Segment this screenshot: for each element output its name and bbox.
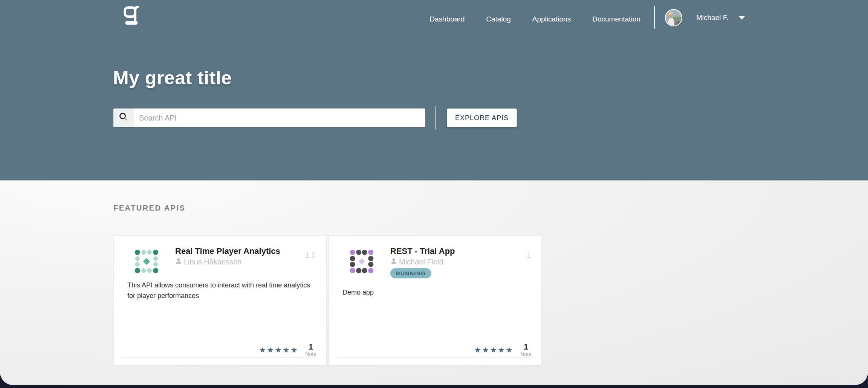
note-count-block: 1 Note [520, 343, 532, 357]
card-footer-divider [337, 357, 533, 358]
green-diamond-grid-icon [134, 249, 159, 275]
api-version: 1 [527, 251, 531, 260]
nav-item-applications[interactable]: Applications [532, 15, 571, 23]
api-owner-name: Michael Field [399, 258, 443, 266]
api-version: 1.0 [305, 251, 316, 260]
api-card-rest-trial-app[interactable]: REST - Trial App 1 Michael Field RUNNING… [329, 235, 542, 365]
dark-base-strip [0, 385, 868, 388]
search-button-divider [435, 106, 436, 130]
card-footer-divider [122, 357, 318, 358]
api-rating: ★★★★★ 1 Note [474, 343, 532, 357]
user-menu[interactable]: Michael F. [665, 9, 745, 26]
api-owner-name: Linus Håkansson [184, 258, 241, 266]
note-count: 1 [520, 343, 532, 351]
note-label: Note [520, 351, 532, 357]
api-description: Demo app [342, 287, 533, 298]
featured-cards: Real Time Player Analytics 1.0 Linus Håk… [113, 235, 542, 365]
purple-dot-grid-icon [350, 249, 374, 275]
person-icon [175, 258, 182, 266]
search-input[interactable] [134, 108, 425, 127]
api-owner: Linus Håkansson [175, 258, 241, 266]
featured-apis-heading: FEATURED APIS [113, 204, 185, 212]
note-count-block: 1 Note [305, 343, 316, 357]
api-description: This API allows consumers to interact wi… [127, 280, 318, 301]
nav-item-documentation[interactable]: Documentation [592, 15, 640, 23]
api-title: Real Time Player Analytics [175, 246, 280, 256]
search-icon-box [113, 108, 134, 127]
api-card-real-time-player-analytics[interactable]: Real Time Player Analytics 1.0 Linus Håk… [113, 235, 327, 365]
status-badge: RUNNING [390, 268, 431, 278]
nav-item-dashboard[interactable]: Dashboard [429, 15, 465, 23]
main-section: FEATURED APIS [0, 180, 868, 385]
user-name: Michael F. [696, 14, 729, 22]
api-owner: Michael Field [390, 258, 443, 266]
api-title: REST - Trial App [390, 246, 455, 256]
page-title: My great title [113, 67, 232, 89]
person-icon [390, 258, 397, 266]
chevron-down-icon [738, 16, 745, 20]
brand-logo[interactable] [124, 5, 139, 28]
api-search-bar [113, 108, 425, 127]
search-icon [119, 112, 128, 124]
note-label: Note [305, 351, 316, 357]
content-sheet: Dashboard Catalog Applications Documenta… [0, 0, 868, 385]
star-rating-icons: ★★★★★ [474, 345, 514, 354]
nav-user-divider [654, 6, 655, 29]
star-rating-icons: ★★★★★ [259, 345, 299, 354]
avatar [665, 9, 682, 26]
api-rating: ★★★★★ 1 Note [259, 343, 316, 357]
top-navigation: Dashboard Catalog Applications Documenta… [429, 15, 640, 23]
hero-section: Dashboard Catalog Applications Documenta… [0, 0, 868, 180]
nav-item-catalog[interactable]: Catalog [486, 15, 511, 23]
note-count: 1 [305, 343, 316, 351]
explore-apis-button[interactable]: EXPLORE APIS [447, 108, 517, 127]
gravitee-logo-icon [124, 21, 139, 27]
